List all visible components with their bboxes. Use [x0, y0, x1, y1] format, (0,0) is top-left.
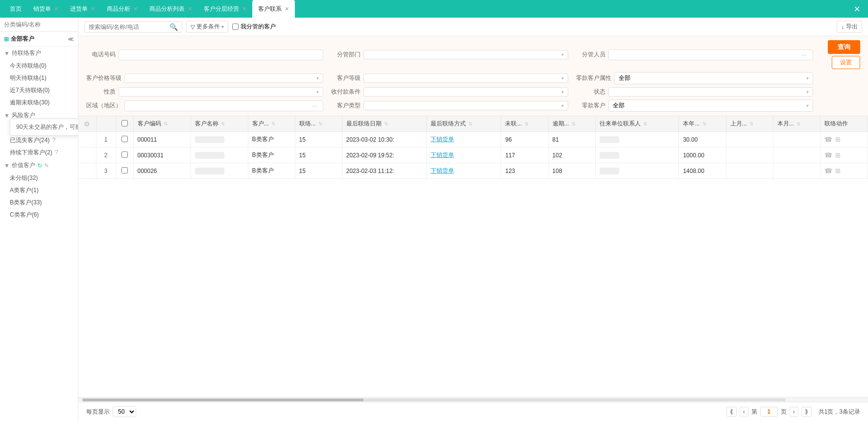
window-close-button[interactable]: ✕	[850, 4, 864, 14]
phone-input[interactable]	[119, 50, 323, 60]
zero-customer-select[interactable]: 全部 ▾	[608, 99, 813, 112]
col-this-year-header[interactable]: 本年... ⇅	[679, 116, 726, 132]
more-action-icon[interactable]: ⊞	[835, 136, 841, 143]
col-contact-person-header[interactable]: 往来单位联系人 ⇅	[595, 116, 679, 132]
sidebar-search-input[interactable]	[4, 21, 77, 28]
last-page-btn[interactable]: ⟫	[801, 407, 812, 417]
horizontal-scrollbar[interactable]	[78, 397, 868, 402]
payment-select[interactable]: ▾	[363, 87, 568, 97]
more-icon[interactable]: ···	[312, 102, 317, 109]
sidebar-item-today[interactable]: 今天待联络(0)	[0, 60, 78, 72]
pagination: 每页显示 50 ⟪ ‹ 第 页 › ⟫ 共1页，3条记录	[78, 402, 868, 421]
row-last-method-cell[interactable]: 下销货单	[426, 132, 501, 148]
sidebar-item-b-class[interactable]: B类客户(33)	[0, 197, 78, 209]
sidebar-item-c-class[interactable]: C类客户(6)	[0, 209, 78, 221]
row-num-cell: 1	[96, 132, 116, 148]
sidebar-item-tomorrow[interactable]: 明天待联络(1)	[0, 72, 78, 84]
customer-type-select[interactable]: ▾	[363, 101, 568, 110]
customer-level-select[interactable]: ▾	[363, 74, 568, 83]
tab-sales[interactable]: 销货单 ✕	[27, 0, 64, 18]
first-page-btn[interactable]: ⟪	[726, 407, 737, 417]
my-customers-wrap[interactable]: 我分管的客户	[232, 23, 276, 31]
price-level-select[interactable]: ▾	[124, 74, 323, 83]
search-input[interactable]	[89, 24, 169, 30]
sidebar-item-week[interactable]: 近7天待联络(0)	[0, 84, 78, 97]
query-button[interactable]: 查询	[828, 40, 860, 54]
col-this-month-header[interactable]: 本月... ⇅	[773, 116, 820, 132]
content-area: 🔍 ▽ 更多条件 ▾ 我分管的客户 ↓ 导出 电话号码	[78, 18, 868, 421]
select-all-checkbox[interactable]	[121, 120, 128, 126]
contact-icon[interactable]: ☎	[824, 136, 832, 143]
per-page-select[interactable]: 50	[113, 406, 136, 417]
row-code-cell: 000026	[133, 163, 191, 179]
tab-customer-contact[interactable]: 客户联系 ✕	[252, 0, 295, 18]
setting-button[interactable]: 设置	[832, 56, 860, 69]
close-icon[interactable]: ✕	[285, 6, 289, 12]
col-contact-header[interactable]: 联络... ⇅	[295, 116, 342, 132]
dept-select[interactable]: ▾	[363, 50, 568, 59]
search-icon[interactable]: 🔍	[169, 23, 178, 31]
gender-select[interactable]: ▾	[119, 87, 323, 97]
row-checkbox[interactable]	[121, 151, 128, 158]
more-action-icon[interactable]: ⊞	[835, 167, 841, 174]
row-checkbox[interactable]	[121, 167, 128, 173]
collapse-icon[interactable]: ≪	[68, 36, 74, 43]
sidebar-item-ungrouped[interactable]: 未分组(32)	[0, 172, 78, 184]
per-page-label: 每页显示	[86, 408, 110, 416]
more-conditions-btn[interactable]: ▽ 更多条件 ▾	[186, 21, 228, 33]
tab-home-label: 首页	[10, 5, 22, 13]
summary-label: 共1页，3条记录	[819, 408, 860, 416]
tab-analysis-list[interactable]: 商品分析列表 ✕	[144, 0, 198, 18]
filter-field-region: 区域（地区） ···	[86, 100, 323, 111]
more-action-icon[interactable]: ⊞	[835, 151, 841, 159]
sidebar-group-value[interactable]: ▼ 价值客户 ↻ ✎	[0, 159, 78, 172]
settings-icon[interactable]: ⚙	[84, 120, 90, 128]
sidebar-item-churned[interactable]: 已流失客户(24) ?	[0, 134, 78, 147]
sort-icon: ⇅	[749, 121, 753, 126]
tab-customer-layer[interactable]: 客户分层经营 ✕	[198, 0, 252, 18]
col-code-header[interactable]: 客户编码 ⇅	[133, 116, 191, 132]
export-btn[interactable]: ↓ 导出	[837, 21, 862, 33]
sidebar-group-risk[interactable]: ▼ 风险客户 90天未交易的客户，可能有流失风险。	[0, 109, 78, 122]
col-name-header[interactable]: 客户名称 ⇅	[191, 116, 248, 132]
close-icon[interactable]: ✕	[54, 6, 58, 12]
row-setting-cell	[78, 148, 96, 163]
refresh-icon[interactable]: ↻	[37, 162, 42, 169]
edit-icon[interactable]: ✎	[44, 162, 49, 169]
contact-icon[interactable]: ☎	[824, 167, 832, 174]
col-unlisted-header[interactable]: 未联... ⇅	[501, 116, 548, 132]
prev-page-btn[interactable]: ‹	[740, 407, 748, 417]
row-checkbox[interactable]	[121, 136, 128, 142]
col-overdue-header[interactable]: 逾期... ⇅	[548, 116, 595, 132]
tab-analysis[interactable]: 商品分析 ✕	[101, 0, 144, 18]
next-page-btn[interactable]: ›	[790, 407, 798, 417]
row-last-method-cell[interactable]: 下销货单	[426, 163, 501, 179]
close-icon[interactable]: ✕	[188, 6, 192, 12]
sidebar-item-a-class[interactable]: A类客户(1)	[0, 184, 78, 197]
tab-home[interactable]: 首页	[4, 0, 27, 18]
contact-icon[interactable]: ☎	[824, 151, 832, 159]
adv-filter-row-1: 电话号码 分管部门 ▾ 分管人员 ···	[86, 40, 860, 69]
row-check-cell	[116, 163, 133, 179]
payment-label: 收付款条件	[331, 88, 361, 96]
close-icon[interactable]: ✕	[91, 6, 95, 12]
close-icon[interactable]: ✕	[242, 6, 246, 12]
col-last-month-header[interactable]: 上月... ⇅	[726, 116, 773, 132]
zero-attr-select[interactable]: 全部 ▾	[614, 72, 813, 84]
tab-purchase[interactable]: 进货单 ✕	[64, 0, 101, 18]
status-select[interactable]: ▾	[608, 87, 813, 97]
col-level-header[interactable]: 客户... ⇅	[248, 116, 295, 132]
close-icon[interactable]: ✕	[133, 6, 138, 12]
my-customers-checkbox[interactable]	[232, 24, 239, 30]
row-last-method-cell[interactable]: 下销货单	[426, 148, 501, 163]
sidebar-item-declining[interactable]: 持续下滑客户(2) ?	[0, 147, 78, 159]
arrow-down-icon: ▼	[4, 112, 10, 119]
sidebar-group-pending[interactable]: ▼ 待联络客户	[0, 47, 78, 60]
filter-field-price-level: 客户价格等级 ▾	[86, 74, 323, 83]
sidebar-item-overdue[interactable]: 逾期未联络(30)	[0, 97, 78, 109]
col-last-date-header[interactable]: 最后联络日期 ⇅	[342, 116, 426, 132]
page-number-input[interactable]	[760, 407, 778, 417]
row-unlisted-cell: 117	[501, 148, 548, 163]
col-last-method-header[interactable]: 最后联络方式 ⇅	[426, 116, 501, 132]
person-select[interactable]: ···	[608, 50, 813, 60]
